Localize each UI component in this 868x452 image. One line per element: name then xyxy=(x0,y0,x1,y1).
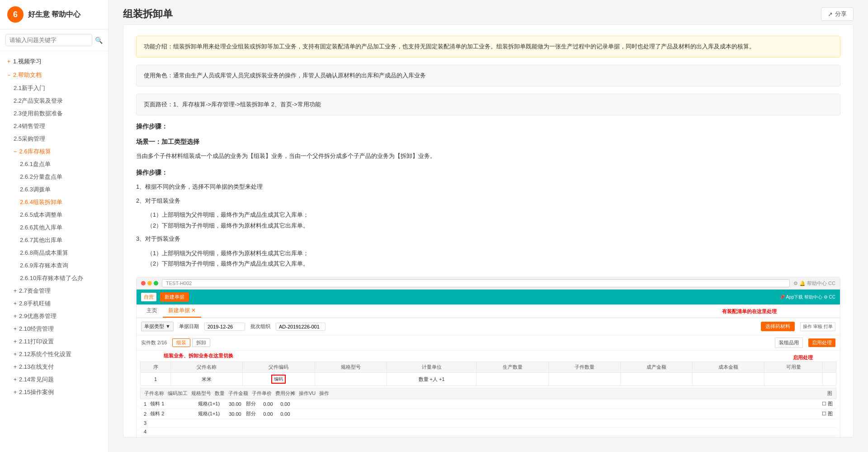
col-parent-code: 父件编码 xyxy=(243,362,315,373)
screenshot-table-area: 序 父件名称 父件编码 规格型号 计量单位 生产数量 子件数量 成产金额 成本金… xyxy=(137,351,840,438)
screenshot-content: 自营 新建单据 📌 App下载 帮助中心 ⚙ CC 主页 新建单据 ✕ 单据类型… xyxy=(137,290,840,438)
screenshot-sub-table-header: 子件名称编码加工规格型号数量子件金额子件单价费用分摊操作VU操作图 xyxy=(140,388,836,399)
screenshot-inner-topbar: 自营 新建单据 📌 App下载 帮助中心 ⚙ CC xyxy=(137,290,840,305)
share-icon: ↗ xyxy=(828,11,833,18)
url-bar: TEST-H002 xyxy=(162,279,790,287)
screenshot-area: TEST-H002 ⚙ 🔔 帮助中心 CC 自营 新建单据 📌 App下载 帮助… xyxy=(136,277,840,438)
sidebar-item-inventory[interactable]: − 2.6库存核算 xyxy=(0,145,108,158)
sidebar-item-print[interactable]: + 2.11打印设置 xyxy=(0,335,108,348)
sidebar-item-sales[interactable]: 2.4销售管理 xyxy=(0,120,108,133)
close-window-icon xyxy=(141,281,146,285)
step3-sub1: （1）上部明细为父件明细，最终作为原材料生成其它出库单； xyxy=(147,248,840,258)
screenshot-topbar: TEST-H002 ⚙ 🔔 帮助中心 CC xyxy=(137,277,840,290)
sidebar-item-faq[interactable]: + 2.14常见问题 xyxy=(0,373,108,386)
logo-icon: 6 xyxy=(7,6,24,23)
col-child-qty: 子件数量 xyxy=(548,362,620,373)
screenshot-action-btns: 操作 审核 打单 xyxy=(800,322,835,331)
sub-table-row: 1领料 1规格(1+1)30.00部分0.000.00☐ 图 xyxy=(140,399,836,409)
sidebar-item-capital[interactable]: + 2.7资金管理 xyxy=(0,285,108,297)
sidebar-item-video[interactable]: + 1.视频学习 xyxy=(0,55,108,68)
sidebar-item-mobile[interactable]: + 2.8手机旺铺 xyxy=(0,297,108,310)
search-box: 🔍 xyxy=(0,29,108,51)
sub-table-row: 2领料 2规格(1+1)30.00部分0.000.00☐ 图 xyxy=(140,409,836,419)
screenshot-date-input[interactable] xyxy=(204,323,245,331)
sidebar-item-splitstock[interactable]: 2.6.2分量盘点单 xyxy=(0,171,108,183)
path-text: 页面路径：1、库存核算->库存管理->组装拆卸单 2、首页->常用功能 xyxy=(144,101,321,108)
sidebar-header: 6 好生意 帮助中心 xyxy=(0,0,108,29)
annotation-process: 启用处理 xyxy=(793,354,813,361)
col-qty: 生产数量 xyxy=(476,362,548,373)
sidebar-item-new[interactable]: 2.1新手入门 xyxy=(0,82,108,95)
screenshot-sub-table: 1领料 1规格(1+1)30.00部分0.000.00☐ 图 2领料 2规格(1… xyxy=(140,399,836,438)
sidebar-item-otherin[interactable]: 2.6.6其他入库单 xyxy=(0,221,108,234)
sidebar-item-data[interactable]: 2.3使用前数据准备 xyxy=(0,107,108,120)
sidebar-item-sysconfig[interactable]: + 2.12系统个性化设置 xyxy=(0,348,108,361)
arrow-icon: + xyxy=(7,58,10,65)
col-avail: 可用量 xyxy=(764,362,823,373)
col-spec: 规格型号 xyxy=(315,362,387,373)
sidebar-item-stockcheck[interactable]: 2.6.9库存账本查询 xyxy=(0,259,108,272)
screenshot-tab-zhuye: 主页 xyxy=(141,305,163,318)
arrow-icon: − xyxy=(14,148,17,155)
screenshot-form-date-label: 单据日期 xyxy=(179,323,199,330)
sidebar: 6 好生意 帮助中心 🔍 + 1.视频学习 − 2.帮助文档 2.1新手入门 2… xyxy=(0,0,108,452)
step2-sub2: （2）下部明细为子件明细，最终作为原材料生成其它出库单。 xyxy=(147,220,840,231)
red-box-cell: 编码 xyxy=(271,375,286,384)
screenshot-topbar-icons: 📌 App下载 帮助中心 ⚙ CC xyxy=(779,294,835,300)
topbar-icons: ⚙ 🔔 帮助中心 CC xyxy=(793,280,835,287)
col-action xyxy=(823,362,836,373)
plus-icon: + xyxy=(14,351,17,357)
sidebar-item-cases[interactable]: + 2.15操作案例 xyxy=(0,386,108,399)
step3-sub2: （2）下部明细为子件明细，最终作为产成品生成其它入库单。 xyxy=(147,258,840,269)
sidebar-item-ops[interactable]: + 2.10经营管理 xyxy=(0,323,108,335)
search-icon[interactable]: 🔍 xyxy=(95,37,103,44)
sidebar-item-goodscost[interactable]: 2.6.8商品成本重算 xyxy=(0,247,108,259)
col-prod-amount: 成产金额 xyxy=(620,362,692,373)
step2: 2、对于组装业务 xyxy=(136,195,840,206)
screenshot-batch-input[interactable] xyxy=(276,323,326,331)
search-input[interactable] xyxy=(5,34,92,46)
arrow-icon: − xyxy=(7,72,10,78)
screenshot-count-label: 实件数 2/16 xyxy=(141,339,167,346)
scene-desc: 当由多个子件材料组装成一个成品的业务为【组装】业务，当由一个父件拆分成多个子产品… xyxy=(136,151,840,161)
sidebar-item-onlinepay[interactable]: + 2.13在线支付 xyxy=(0,361,108,373)
annotation-toggle: 组装业务、拆卸业务在这里切换 xyxy=(164,352,233,359)
sidebar-item-otherout[interactable]: 2.6.7其他出库单 xyxy=(0,234,108,247)
sidebar-item-adjust[interactable]: 2.6.3调拨单 xyxy=(0,183,108,196)
sidebar-item-install[interactable]: 2.2产品安装及登录 xyxy=(0,95,108,107)
sidebar-item-assembly[interactable]: 2.6.4组装拆卸单 xyxy=(0,196,108,209)
screenshot-select-material-btn[interactable]: 选择药材料 xyxy=(761,322,795,331)
plus-icon: + xyxy=(14,338,17,345)
screenshot-toggle-dismantle: 拆卸 xyxy=(192,338,210,347)
ops-steps-title: 操作步骤： xyxy=(136,169,840,177)
main-area: 组装拆卸单 ↗ 分享 功能介绍：组装拆卸单用来处理企业组装或拆卸等加工业务，支持… xyxy=(108,0,868,452)
main-header: 组装拆卸单 ↗ 分享 xyxy=(108,0,868,24)
sub-table-row-empty: 5 xyxy=(140,436,836,438)
screenshot-process-btn[interactable]: 启用处理 xyxy=(808,338,835,347)
screenshot-toggle-btn[interactable]: 组装 xyxy=(172,338,190,347)
plus-icon: + xyxy=(14,300,17,307)
sidebar-item-costadj[interactable]: 2.6.5成本调整单 xyxy=(0,209,108,221)
sidebar-item-label: 1.视频学习 xyxy=(13,57,42,66)
intro-block: 功能介绍：组装拆卸单用来处理企业组装或拆卸等加工业务，支持有固定装配清单的产品加… xyxy=(136,36,840,57)
screenshot-tab-new: 新建单据 ✕ xyxy=(163,305,201,318)
plus-icon: + xyxy=(14,376,17,383)
sidebar-item-purchase[interactable]: 2.5采购管理 xyxy=(0,133,108,145)
page-title: 组装拆卸单 xyxy=(123,7,173,21)
step3: 3、对于拆装业务 xyxy=(136,233,840,244)
sub-table-row-empty: 4 xyxy=(140,428,836,436)
sidebar-item-coupon[interactable]: + 2.9优惠券管理 xyxy=(0,310,108,323)
sub-table-row-empty: 3 xyxy=(140,419,836,428)
plus-icon: + xyxy=(14,326,17,332)
plus-icon: + xyxy=(14,288,17,294)
sidebar-item-docs[interactable]: − 2.帮助文档 xyxy=(0,68,108,82)
sidebar-item-stocktake[interactable]: 2.6.1盘点单 xyxy=(0,158,108,171)
intro-text: 功能介绍：组装拆卸单用来处理企业组装或拆卸等加工业务，支持有固定装配清单的产品加… xyxy=(144,43,755,50)
role-block: 使用角色：通常由生产人员或库管人员完成拆装业务的操作，库管人员确认原材料的出库和… xyxy=(136,65,840,86)
col-parent-name: 父件名称 xyxy=(171,362,243,373)
content-area: 功能介绍：组装拆卸单用来处理企业组装或拆卸等加工业务，支持有固定装配清单的产品加… xyxy=(123,24,854,438)
sidebar-item-stockerr[interactable]: 2.6.10库存账本错了么办 xyxy=(0,272,108,285)
screenshot-nav-home: 自营 xyxy=(141,293,156,301)
share-button[interactable]: ↗ 分享 xyxy=(821,7,854,21)
plus-icon: + xyxy=(14,313,17,319)
